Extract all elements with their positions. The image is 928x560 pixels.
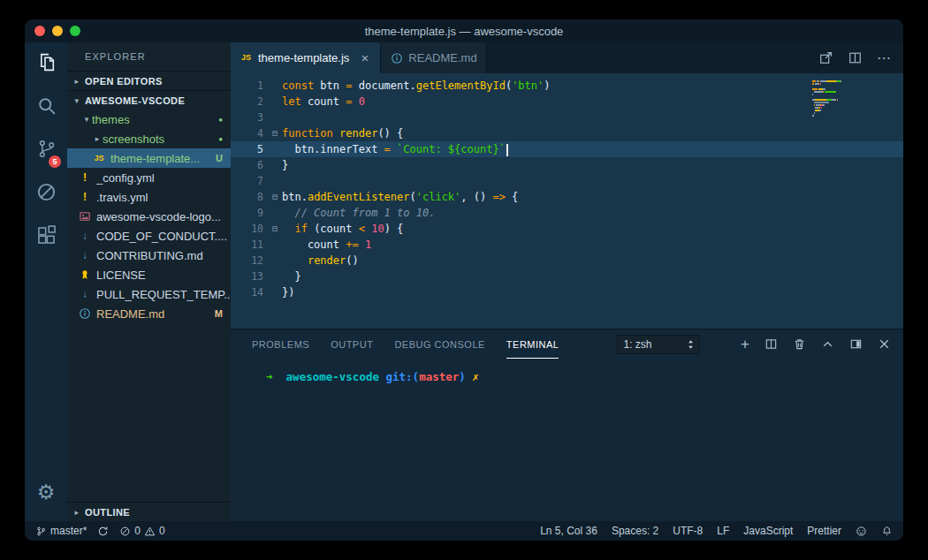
code-line-7[interactable]: 7 [231, 173, 903, 189]
close-tab-button[interactable]: × [358, 50, 371, 65]
code-text[interactable]: let count = 0 [282, 94, 365, 110]
line-number[interactable]: 12 [231, 253, 268, 269]
code-text[interactable]: } [282, 157, 288, 173]
fold-gutter [268, 78, 282, 94]
line-number[interactable]: 14 [231, 284, 268, 300]
code-line-11[interactable]: 11 count += 1 [231, 237, 903, 253]
tree-item-screenshots[interactable]: ▸screenshots● [67, 129, 231, 148]
code-text[interactable]: if (count < 10) { [282, 221, 403, 237]
panel-position-button[interactable] [849, 337, 863, 351]
panel-tab-terminal[interactable]: TERMINAL [506, 329, 559, 359]
minimize-window-button[interactable] [52, 26, 63, 36]
minimap[interactable] [812, 80, 855, 117]
search-icon [35, 95, 57, 120]
code-line-8[interactable]: 8⊟btn.addEventListener('click', () => { [231, 189, 903, 205]
line-number[interactable]: 8 [231, 189, 268, 205]
fold-marker-icon[interactable]: ⊟ [268, 221, 282, 237]
tree-item-config-yml[interactable]: !_config.yml [67, 168, 231, 187]
activity-debug[interactable] [25, 172, 67, 216]
code-text[interactable]: count += 1 [282, 237, 371, 253]
line-number[interactable]: 6 [231, 157, 268, 173]
code-line-4[interactable]: 4⊟function render() { [231, 125, 903, 141]
fold-marker-icon[interactable]: ⊟ [268, 125, 282, 141]
section-open-editors[interactable]: ▸ OPEN EDITORS [67, 71, 231, 90]
terminal-shell-select[interactable]: 1: zsh [617, 335, 700, 354]
cursor-position[interactable]: Ln 5, Col 36 [540, 525, 597, 537]
terminal[interactable]: ➜ awesome-vscode git:(master) ✗ [231, 359, 903, 521]
sync-button[interactable] [97, 526, 109, 537]
code-line-14[interactable]: 14}) [231, 284, 903, 300]
tree-item-readme-md[interactable]: README.mdM [67, 304, 231, 323]
code-text[interactable]: btn.addEventListener('click', () => { [282, 189, 518, 205]
titlebar[interactable]: theme-template.js — awesome-vscode [25, 19, 903, 42]
git-branch-status[interactable]: master* [35, 525, 87, 537]
more-actions-icon[interactable]: ⋯ [877, 51, 891, 65]
code-text[interactable]: // Count from 1 to 10. [282, 205, 435, 221]
line-number[interactable]: 2 [231, 94, 268, 110]
line-number[interactable]: 7 [231, 173, 268, 189]
code-line-12[interactable]: 12 render() [231, 253, 903, 269]
code-text[interactable]: btn.innerText = `Count: ${count}` [282, 141, 508, 157]
maximize-panel-button[interactable] [821, 337, 834, 351]
activity-source-control[interactable]: 5 [25, 129, 67, 172]
tree-item-contributing-md[interactable]: ↓CONTRIBUTING.md [67, 246, 231, 265]
line-number[interactable]: 11 [231, 237, 268, 253]
kill-terminal-button[interactable] [793, 337, 806, 351]
activity-settings[interactable]: ⚙ [25, 471, 67, 514]
line-number[interactable]: 1 [231, 78, 268, 94]
tree-item-themes[interactable]: ▾themes● [67, 110, 231, 129]
panel-tab-output[interactable]: OUTPUT [331, 329, 373, 359]
code-line-6[interactable]: 6} [231, 157, 903, 173]
line-number[interactable]: 9 [231, 205, 268, 221]
open-changes-icon[interactable] [818, 50, 833, 65]
panel-tab-debug-console[interactable]: DEBUG CONSOLE [394, 329, 484, 359]
code-text[interactable]: }) [282, 284, 294, 300]
code-line-10[interactable]: 10⊟ if (count < 10) { [231, 221, 903, 237]
line-number[interactable]: 5 [231, 141, 268, 157]
section-outline[interactable]: ▸ OUTLINE [67, 502, 231, 521]
tab-readme-md[interactable]: README.md [381, 42, 486, 73]
close-window-button[interactable] [34, 26, 45, 36]
code-line-3[interactable]: 3 [231, 110, 903, 125]
tree-item-license[interactable]: LICENSE [67, 265, 231, 284]
indentation-status[interactable]: Spaces: 2 [612, 525, 658, 537]
code-text[interactable]: const btn = document.getElementById('btn… [282, 78, 550, 94]
panel-tab-problems[interactable]: PROBLEMS [252, 329, 309, 359]
tree-item-theme-template[interactable]: JStheme-template...U [67, 148, 231, 168]
section-workspace[interactable]: ▾ AWESOME-VSCODE [67, 90, 231, 110]
language-mode[interactable]: JavaScript [743, 525, 793, 537]
code-text[interactable]: render() [282, 253, 359, 269]
split-terminal-button[interactable] [764, 337, 778, 351]
line-number[interactable]: 4 [231, 125, 268, 141]
tree-item-pull-request-temp[interactable]: ↓PULL_REQUEST_TEMP... [67, 284, 231, 304]
zoom-window-button[interactable] [70, 26, 80, 36]
code-line-1[interactable]: 1const btn = document.getElementById('bt… [231, 78, 903, 94]
tree-item-awesome-vscode-logo[interactable]: awesome-vscode-logo... [67, 207, 231, 226]
code-text[interactable]: function render() { [282, 125, 403, 141]
code-line-13[interactable]: 13 } [231, 269, 903, 284]
close-panel-button[interactable] [878, 337, 891, 351]
eol-status[interactable]: LF [717, 525, 729, 537]
notifications-bell-button[interactable] [881, 526, 893, 537]
line-number[interactable]: 3 [231, 110, 268, 125]
fold-marker-icon[interactable]: ⊟ [268, 189, 282, 205]
split-editor-icon[interactable] [848, 50, 863, 65]
activity-explorer[interactable] [25, 42, 67, 86]
activity-search[interactable] [25, 86, 67, 129]
code-line-9[interactable]: 9 // Count from 1 to 10. [231, 205, 903, 221]
line-number[interactable]: 13 [231, 269, 268, 284]
tab-theme-template-js[interactable]: JStheme-template.js× [231, 42, 381, 73]
feedback-smiley-button[interactable] [856, 526, 867, 537]
new-terminal-button[interactable]: + [741, 337, 749, 352]
problems-status[interactable]: 0 0 [119, 525, 164, 537]
code-line-5[interactable]: 5 btn.innerText = `Count: ${count}` [231, 141, 903, 157]
code-text[interactable]: } [282, 269, 301, 284]
tree-item-travis-yml[interactable]: !.travis.yml [67, 187, 231, 207]
code-editor[interactable]: 1const btn = document.getElementById('bt… [231, 73, 903, 329]
activity-extensions[interactable] [25, 216, 67, 259]
code-line-2[interactable]: 2let count = 0 [231, 94, 903, 110]
encoding-status[interactable]: UTF-8 [673, 525, 703, 537]
tree-item-code-of-conduct[interactable]: ↓CODE_OF_CONDUCT.... [67, 226, 231, 246]
formatter-status[interactable]: Prettier [807, 525, 841, 537]
line-number[interactable]: 10 [231, 221, 268, 237]
